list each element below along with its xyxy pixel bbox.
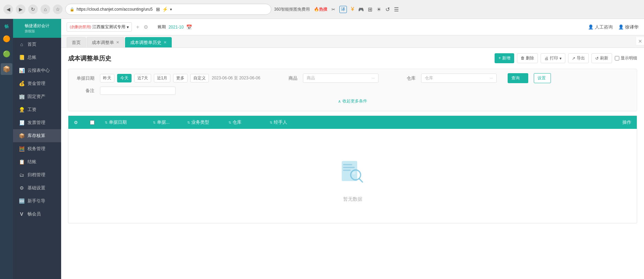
sidebar-item-funds[interactable]: 💰 资金管理 [13,77,61,90]
warehouse-dropdown[interactable]: 仓库 ··· [421,74,497,83]
scissors-icon[interactable]: ✂ [331,7,335,12]
sort-icon-date: ⇅ [105,121,108,124]
sidebar-item-guide-label: 新手引导 [27,198,45,204]
remark-input[interactable] [100,87,176,95]
sidebar-item-guide[interactable]: 🆕 新手引导 [13,194,61,208]
calendar-icon[interactable]: 📅 [186,24,192,30]
export-button[interactable]: ↗ 导出 [568,53,589,63]
tab-home[interactable]: 首页 [67,37,86,47]
sidebar-item-tax-label: 税务管理 [27,146,45,152]
sun-icon[interactable]: ☀ [376,6,381,13]
back-button[interactable]: ◀ [3,4,13,14]
sidebar-item-tax[interactable]: 🧮 税务管理 [13,142,61,155]
add-company-btn[interactable]: + [136,24,139,30]
th-voucher-label: 单据... [157,119,170,125]
brand-edition: 旗舰版 [25,29,49,34]
collapse-button[interactable]: ∧ 收起更多条件 [338,98,367,104]
th-handler[interactable]: ⇅ 经手人 [265,119,307,125]
url-bar[interactable]: 🔒 https://cloud.chanjet.com/accounting/u… [65,4,271,15]
undo-icon[interactable]: ↺ [385,6,390,13]
query-button[interactable]: 查询 [508,73,528,83]
th-warehouse[interactable]: ⇅ 仓库 [224,119,265,125]
sidebar-item-invoice[interactable]: 🧾 发票管理 [13,116,61,129]
strip-icon-2[interactable]: 🟢 [1,48,12,60]
date-btn-more[interactable]: 更多 [173,74,188,82]
refresh-button[interactable]: ↻ [28,4,38,14]
top-bar-right: 👤 人工咨询 👤 徐译华 [588,24,639,30]
company-settings-icon[interactable]: ⚙ [144,24,148,30]
date-btn-yesterday[interactable]: 昨天 [100,74,114,82]
user-avatar-icon: 👤 [618,24,624,30]
menu-icon[interactable]: ☰ [394,6,399,13]
sidebar-item-close-books-label: 结账 [27,159,36,165]
goods-filter-label: 商品 [277,75,297,81]
settings-filter-button[interactable]: 设置 [534,73,551,83]
empty-illustration [336,156,370,191]
export-icon: ↗ [572,56,575,61]
display-toggle[interactable]: 显示明细 [615,55,637,61]
warehouse-placeholder: 仓库 [425,75,433,81]
th-checkbox[interactable] [83,120,101,125]
strip-icon-3[interactable]: 📦 [1,63,12,75]
sidebar-item-close-books[interactable]: 📋 结账 [13,155,61,168]
expand-icon: ▾ [170,7,172,12]
home-button[interactable]: ⌂ [41,4,50,14]
delete-button[interactable]: 🗑 删除 [517,53,538,63]
window-close-button[interactable]: ✕ [636,37,644,45]
refresh-button[interactable]: ↺ 刷新 [591,53,612,63]
strip-icon-1[interactable]: 🟠 [1,33,12,45]
grid-icon[interactable]: ⊞ [368,6,372,13]
sidebar-item-home[interactable]: ⌂ 首页 [13,38,61,51]
tab-cost-history-close[interactable]: ✕ [163,40,167,45]
print-button[interactable]: 🖨 打印 ▾ [541,53,565,63]
filter-row-date: 单据日期 昨天 今天 近7天 近1月 更多 自定义 2023-06-06 至 2… [74,73,631,83]
star-button[interactable]: ☆ [53,4,63,14]
sidebar-item-payroll[interactable]: 👷 工资 [13,103,61,116]
goods-placeholder: 商品 [307,75,315,81]
new-button[interactable]: + 新增 [495,53,514,63]
user-profile-btn[interactable]: 👤 徐译华 [618,24,639,30]
date-btn-7days[interactable]: 近7天 [134,74,151,82]
tab-cost-adjust-close[interactable]: ✕ [116,40,119,45]
sidebar-item-vip[interactable]: V 畅会员 [13,208,61,221]
action-buttons: + 新增 🗑 删除 🖨 打印 ▾ ↗ 导出 ↺ 刷新 [495,53,637,63]
date-filter-label: 单据日期 [74,75,94,81]
svg-rect-3 [343,170,351,171]
forward-button[interactable]: ▶ [16,4,25,14]
date-btn-custom[interactable]: 自定义 [190,74,209,82]
qr-icon: ⊞ [156,7,160,12]
select-all-checkbox[interactable] [90,120,94,125]
tab-home-label: 首页 [72,40,81,46]
sidebar-item-inventory[interactable]: 📦 库存核算 [13,129,61,142]
sidebar-item-ledger[interactable]: 📒 总账 [13,51,61,64]
sidebar-item-reports[interactable]: 📊 云报表中心 [13,64,61,77]
sidebar-item-ledger-label: 总账 [27,54,36,60]
empty-text: 暂无数据 [343,196,362,202]
translate-icon[interactable]: 译 [339,6,347,13]
goods-dropdown[interactable]: 商品 ··· [303,74,379,83]
tab-cost-history[interactable]: 成本调整单历史 ✕ [125,37,172,47]
search-hint: 360智能抠图免费用 [274,7,310,12]
sidebar-item-invoice-label: 发票管理 [27,120,45,126]
th-voucher[interactable]: ⇅ 单据... [149,119,183,125]
th-date[interactable]: ⇅ 单据日期 [101,119,149,125]
th-biz-type[interactable]: ⇅ 业务类型 [183,119,224,125]
date-btn-today[interactable]: 今天 [117,74,132,82]
th-settings[interactable]: ⚙ [68,120,83,125]
sort-icon-voucher: ⇅ [153,121,156,124]
sidebar-item-settings[interactable]: ⚙ 基础设置 [13,181,61,194]
main-sidebar: 畅捷通好会计 旗舰版 ⌂ 首页 📒 总账 📊 云报表中心 💰 资金管理 🏢 固定… [13,19,61,279]
wallet-icon[interactable]: ¥ [351,6,354,12]
tab-cost-adjust[interactable]: 成本调整单 ✕ [87,37,124,47]
display-checkbox[interactable] [615,56,619,60]
customer-service-btn[interactable]: 👤 人工咨询 [588,24,613,30]
company-dropdown-icon: ▾ [127,25,129,30]
game-icon[interactable]: 🎮 [358,7,364,12]
sidebar-item-assets[interactable]: 🏢 固定资产 [13,90,61,103]
sidebar-item-archive[interactable]: 🗂 归档管理 [13,168,61,181]
username-label: 徐译华 [625,24,639,30]
company-selector[interactable]: (勿删勿禁用) 江西服宝测试专用 ▾ [67,22,132,32]
warehouse-filter-label: 仓库 [395,75,416,81]
date-btn-1month[interactable]: 近1月 [154,74,171,82]
url-text: https://cloud.chanjet.com/accounting/uru… [77,7,152,12]
